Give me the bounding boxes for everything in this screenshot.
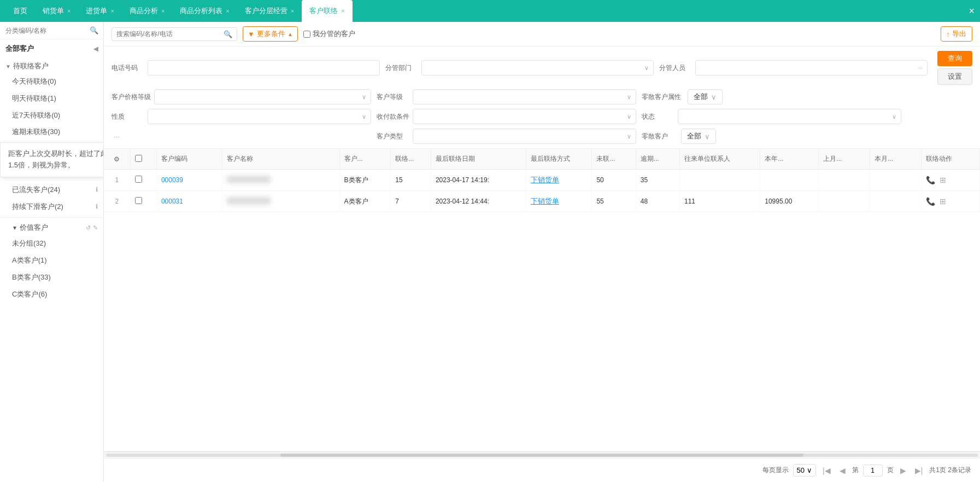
col-name[interactable]: 客户名称	[222, 149, 339, 170]
sidebar-item-unclassified[interactable]: 未分组(32)	[0, 235, 103, 252]
tooltip-box: 距客户上次交易时长，超过了此客户的平均交易周期的1.5倍，则视为异常。	[0, 142, 104, 177]
sidebar-search-box[interactable]: 🔍	[0, 22, 103, 39]
nav-item-customer-segments[interactable]: 客户分层经营 ×	[237, 0, 302, 22]
churned-info-icon[interactable]: ℹ	[96, 185, 98, 195]
filter-customer-level-select[interactable]: ∨	[413, 89, 636, 104]
col-overdue[interactable]: 逾期...	[636, 149, 679, 170]
settings-button[interactable]: 设置	[937, 68, 972, 85]
main-search-icon[interactable]: 🔍	[224, 30, 232, 38]
close-customer-contact-tab[interactable]: ×	[341, 8, 344, 14]
row2-code[interactable]: 000031	[156, 191, 222, 212]
col-contact-count[interactable]: 联络...	[391, 149, 431, 170]
table-header-row: ⚙ 客户编码 客户名称 客户... 联络... 最后联络日期 最后联络方式 未联…	[104, 149, 980, 170]
sidebar-search-icon[interactable]: 🔍	[90, 26, 98, 34]
col-this-year[interactable]: 本年...	[760, 149, 819, 170]
sidebar-item-declining[interactable]: 持续下滑客户(2) ℹ	[0, 199, 103, 216]
col-uncontact[interactable]: 未联...	[592, 149, 636, 170]
row1-select[interactable]	[135, 176, 142, 183]
close-all-tabs-icon[interactable]: ×	[969, 5, 975, 17]
my-customers-checkbox-row[interactable]: 我分管的客户	[303, 29, 355, 39]
col-code[interactable]: 客户编码	[156, 149, 222, 170]
col-related-contact[interactable]: 往来单位联系人	[680, 149, 760, 170]
nav-item-home[interactable]: 首页	[5, 0, 35, 22]
sidebar-item-today-contact[interactable]: 今天待联络(0)	[0, 73, 103, 90]
nav-item-purchase[interactable]: 进货单 ×	[78, 0, 121, 22]
filter-nature-select[interactable]: ∨	[148, 109, 371, 124]
sidebar-item-tomorrow-contact[interactable]: 明天待联络(1)	[0, 90, 103, 107]
all-customers-header[interactable]: 全部客户 ◀	[0, 39, 103, 58]
filter-department-select[interactable]: ∨	[421, 60, 654, 76]
nav-item-customer-contact[interactable]: 客户联络 ×	[302, 0, 352, 22]
more-filters-button[interactable]: ▼ 更多条件 ▲	[243, 26, 298, 42]
row1-code[interactable]: 000039	[156, 170, 222, 191]
close-purchase-tab[interactable]: ×	[110, 8, 114, 14]
row1-last-contact-method[interactable]: 下销货单	[526, 170, 591, 191]
page-number-input[interactable]	[863, 464, 883, 477]
close-customer-segments-tab[interactable]: ×	[291, 8, 294, 14]
per-page-select[interactable]: 50 ∨	[793, 464, 816, 477]
col-settings[interactable]: ⚙	[104, 149, 130, 170]
sidebar-item-b-class[interactable]: B类客户(33)	[0, 269, 103, 286]
value-customers-edit-icon[interactable]: ✎	[93, 224, 98, 231]
last-page-btn[interactable]: ▶|	[913, 465, 925, 476]
col-customer-type[interactable]: 客户...	[339, 149, 391, 170]
main-search-input[interactable]	[116, 30, 224, 38]
my-customers-checkbox[interactable]	[303, 31, 310, 38]
row1-checkbox[interactable]	[130, 170, 156, 191]
declining-info-icon[interactable]: ℹ	[96, 202, 98, 212]
row1-grid-icon[interactable]: ⊞	[940, 176, 946, 184]
row2-select[interactable]	[135, 197, 142, 204]
nav-item-product-list[interactable]: 商品分析列表 ×	[172, 0, 237, 22]
close-sales-tab[interactable]: ×	[67, 8, 71, 14]
prev-page-btn[interactable]: ◀	[837, 465, 848, 476]
col-this-month[interactable]: 本月...	[870, 149, 922, 170]
row1-last-contact-date: 2023-04-17 14:19:	[431, 170, 526, 191]
close-product-analysis-tab[interactable]: ×	[161, 8, 165, 14]
export-button[interactable]: ↑ 导出	[941, 26, 973, 42]
filter-status: 状态 ∨	[642, 109, 901, 124]
filter-retail-attr-select[interactable]: 全部 ∨	[688, 89, 723, 104]
col-last-contact-date[interactable]: 最后联络日期	[431, 149, 526, 170]
row1-phone-icon[interactable]: 📞	[926, 176, 935, 184]
export-icon: ↑	[947, 30, 950, 38]
sidebar-item-7day-contact[interactable]: 近7天待联络(0)	[0, 107, 103, 124]
filter-dots[interactable]: ···	[112, 132, 122, 141]
col-last-month[interactable]: 上月...	[819, 149, 870, 170]
filter-customer-type-select[interactable]: ∨	[413, 129, 636, 144]
row2-grid-icon[interactable]: ⊞	[940, 197, 946, 206]
select-all-checkbox[interactable]	[135, 155, 142, 162]
row2-phone-icon[interactable]: 📞	[926, 197, 935, 206]
next-page-btn[interactable]: ▶	[898, 465, 908, 476]
col-last-contact-method[interactable]: 最后联络方式	[526, 149, 591, 170]
filter-phone-input[interactable]	[148, 60, 380, 76]
sidebar-item-overdue-contact[interactable]: 逾期未联络(30)	[0, 124, 103, 141]
filter-manager-select[interactable]: ···	[695, 60, 928, 76]
value-customers-refresh-icon[interactable]: ↺	[86, 224, 91, 231]
sidebar-item-churned[interactable]: 已流失客户(24) ℹ	[0, 182, 103, 199]
filter-status-select[interactable]: ∨	[678, 109, 901, 124]
sidebar-collapse-icon[interactable]: ◀	[93, 45, 98, 53]
nav-item-sales[interactable]: 销货单 ×	[35, 0, 78, 22]
close-product-list-tab[interactable]: ×	[226, 8, 229, 14]
query-button[interactable]: 查询	[937, 51, 972, 66]
row2-checkbox[interactable]	[130, 191, 156, 212]
filter-price-level-select[interactable]: ∨	[154, 89, 371, 104]
sidebar-item-c-class[interactable]: C类客户(6)	[0, 286, 103, 303]
row2-this-month	[870, 191, 922, 212]
sidebar-group-pending-contact[interactable]: ▼ 待联络客户	[0, 58, 103, 73]
nav-item-product-analysis[interactable]: 商品分析 ×	[122, 0, 172, 22]
sidebar-group-value-customers[interactable]: ▼ 价值客户 ↺ ✎	[0, 220, 103, 235]
scroll-thumb[interactable]	[280, 454, 803, 457]
filter-payment-select[interactable]: ∨	[413, 109, 636, 124]
row2-name	[222, 191, 339, 212]
horizontal-scrollbar[interactable]	[104, 451, 980, 458]
row2-last-contact-method[interactable]: 下销货单	[526, 191, 591, 212]
value-customers-label: ▼ 价值客户	[12, 223, 48, 233]
first-page-btn[interactable]: |◀	[820, 465, 833, 476]
filter-retail-customers-select[interactable]: 全部 ∨	[681, 129, 716, 144]
sidebar-search-input[interactable]	[5, 27, 87, 34]
filter-customer-level: 客户等级 ∨	[377, 89, 636, 104]
sidebar-item-a-class[interactable]: A类客户(1)	[0, 252, 103, 269]
right-content: 🔍 ▼ 更多条件 ▲ 我分管的客户 ↑ 导出 电话号码	[104, 22, 980, 482]
search-box[interactable]: 🔍	[112, 27, 237, 41]
